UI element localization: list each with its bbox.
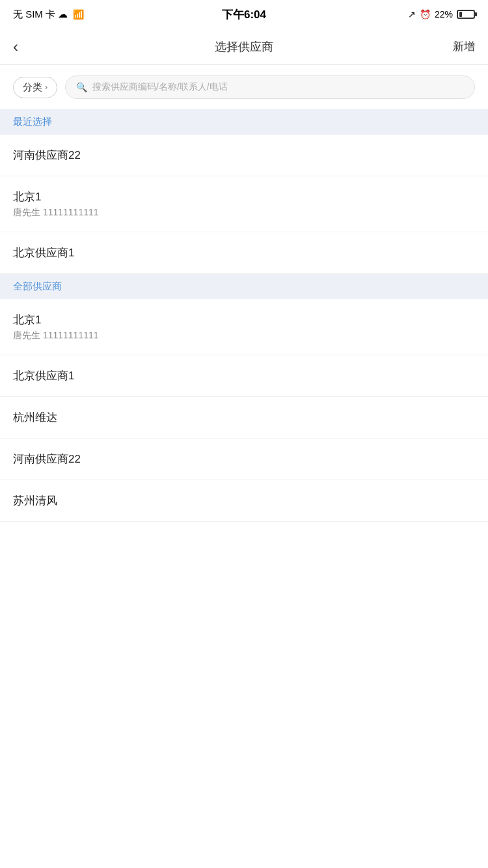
item-sub: 唐先生 11111111111 [13, 330, 475, 342]
list-item[interactable]: 北京1唐先生 11111111111 [0, 176, 488, 232]
location-icon: ↗ [408, 9, 416, 20]
item-sub: 唐先生 11111111111 [13, 207, 475, 219]
battery-percent: 22% [435, 9, 453, 20]
page-title: 选择供应商 [215, 39, 273, 55]
nav-bar: ‹ 选择供应商 新增 [0, 29, 488, 65]
chevron-right-icon: › [45, 83, 47, 92]
item-name: 北京1 [13, 189, 475, 204]
item-name: 杭州维达 [13, 410, 475, 425]
list-item[interactable]: 苏州清风 [0, 480, 488, 522]
recent-section-header: 最近选择 [0, 109, 488, 135]
filter-bar: 分类 › 🔍 搜索供应商编码/名称/联系人/电话 [0, 65, 488, 109]
item-name: 苏州清风 [13, 493, 475, 508]
item-name: 北京供应商1 [13, 368, 475, 383]
list-item[interactable]: 北京1唐先生 11111111111 [0, 299, 488, 355]
alarm-icon: ⏰ [420, 9, 431, 20]
wifi-icon: 📶 [73, 9, 84, 20]
recent-list: 河南供应商22北京1唐先生 11111111111北京供应商1 [0, 135, 488, 274]
all-section-label: 全部供应商 [13, 280, 62, 292]
no-sim-label: 无 SIM 卡 ☁ [13, 8, 68, 21]
category-label: 分类 [23, 81, 42, 94]
status-time: 下午6:04 [222, 7, 266, 22]
item-name: 河南供应商22 [13, 452, 475, 467]
battery-icon [457, 10, 475, 19]
item-name: 北京供应商1 [13, 245, 475, 260]
item-name: 河南供应商22 [13, 148, 475, 163]
list-item[interactable]: 河南供应商22 [0, 439, 488, 480]
item-name: 北京1 [13, 312, 475, 327]
all-section-header: 全部供应商 [0, 274, 488, 299]
list-item[interactable]: 河南供应商22 [0, 135, 488, 176]
status-bar: 无 SIM 卡 ☁ 📶 下午6:04 ↗ ⏰ 22% [0, 0, 488, 29]
search-icon: 🔍 [76, 82, 87, 92]
list-item[interactable]: 杭州维达 [0, 397, 488, 439]
search-box[interactable]: 🔍 搜索供应商编码/名称/联系人/电话 [65, 75, 475, 99]
list-item[interactable]: 北京供应商1 [0, 355, 488, 397]
status-left: 无 SIM 卡 ☁ 📶 [13, 8, 84, 21]
search-placeholder: 搜索供应商编码/名称/联系人/电话 [92, 81, 228, 93]
all-list: 北京1唐先生 11111111111北京供应商1杭州维达河南供应商22苏州清风 [0, 299, 488, 522]
add-button[interactable]: 新增 [453, 39, 475, 54]
list-item[interactable]: 北京供应商1 [0, 232, 488, 274]
recent-section-label: 最近选择 [13, 116, 52, 127]
status-right: ↗ ⏰ 22% [408, 9, 475, 20]
back-button[interactable]: ‹ [8, 33, 23, 61]
category-button[interactable]: 分类 › [13, 77, 57, 98]
